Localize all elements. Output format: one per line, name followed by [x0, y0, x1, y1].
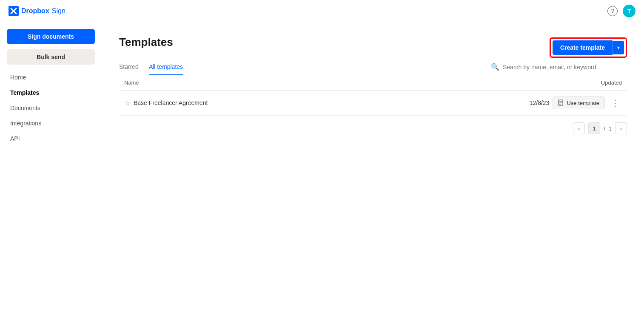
sidebar-item-documents[interactable]: Documents: [0, 100, 102, 116]
sidebar-item-integrations[interactable]: Integrations: [0, 116, 102, 131]
use-template-label: Use template: [567, 100, 599, 106]
sign-documents-button[interactable]: Sign documents: [7, 29, 95, 44]
sidebar: Sign documents Bulk send Home Templates …: [0, 22, 102, 309]
template-name-cell: ☆ Base Freelancer Agreement: [119, 91, 362, 116]
pagination: ‹ 1 / 1 ›: [119, 116, 627, 141]
create-template-button[interactable]: Create template: [553, 40, 613, 55]
logo-dropbox-text: Dropbox: [21, 7, 49, 15]
page-separator: /: [604, 125, 605, 132]
template-updated-cell: 12/8/23 Use template: [362, 91, 627, 116]
use-template-button[interactable]: Use template: [553, 96, 605, 109]
template-name-container: ☆ Base Freelancer Agreement: [124, 99, 356, 107]
table-header-row: Name Updated: [119, 75, 627, 91]
tab-all-templates[interactable]: All templates: [149, 59, 183, 75]
column-updated: Updated: [362, 75, 627, 91]
more-options-button[interactable]: ⋮: [608, 98, 622, 108]
current-page-button[interactable]: 1: [588, 122, 600, 134]
main-content: Templates Create template ▾ Starred All …: [102, 22, 644, 309]
updated-date: 12/8/23: [530, 99, 550, 106]
app: Dropbox Sign ? T Sign documents Bulk sen…: [0, 0, 644, 309]
tab-starred[interactable]: Starred: [119, 59, 139, 75]
sidebar-item-home[interactable]: Home: [0, 70, 102, 85]
table-row: ☆ Base Freelancer Agreement 12/8/23: [119, 91, 627, 116]
dropbox-x-icon: [9, 6, 19, 16]
column-name: Name: [119, 75, 362, 91]
header: Dropbox Sign ? T: [0, 0, 644, 22]
search-bar: 🔍: [486, 60, 627, 74]
content-header: Templates Create template ▾: [119, 36, 627, 59]
create-template-group: Create template ▾: [550, 37, 627, 58]
help-icon[interactable]: ?: [607, 6, 618, 16]
document-icon: [558, 99, 564, 106]
bulk-send-button[interactable]: Bulk send: [7, 49, 95, 65]
logo-sign-text: Sign: [52, 7, 66, 15]
sidebar-item-templates[interactable]: Templates: [0, 85, 102, 100]
sidebar-item-api[interactable]: API: [0, 131, 102, 146]
avatar[interactable]: T: [623, 5, 635, 17]
templates-table: Name Updated ☆ Base Freelancer Agreement: [119, 75, 627, 116]
search-input[interactable]: [503, 64, 622, 71]
next-page-button[interactable]: ›: [615, 122, 627, 134]
create-template-dropdown-button[interactable]: ▾: [613, 41, 624, 54]
body: Sign documents Bulk send Home Templates …: [0, 22, 644, 309]
template-name-text: Base Freelancer Agreement: [134, 99, 208, 106]
header-right: ? T: [607, 5, 635, 17]
tabs-search-row: Starred All templates 🔍: [119, 59, 627, 75]
sidebar-nav: Home Templates Documents Integrations AP…: [0, 70, 102, 146]
tabs: Starred All templates: [119, 59, 183, 75]
logo: Dropbox Sign: [9, 6, 66, 16]
prev-page-button[interactable]: ‹: [573, 122, 585, 134]
star-icon[interactable]: ☆: [124, 99, 130, 107]
search-icon: 🔍: [491, 63, 499, 71]
total-pages: 1: [609, 125, 612, 132]
action-cell: 12/8/23 Use template: [367, 96, 622, 109]
page-title: Templates: [119, 36, 173, 49]
